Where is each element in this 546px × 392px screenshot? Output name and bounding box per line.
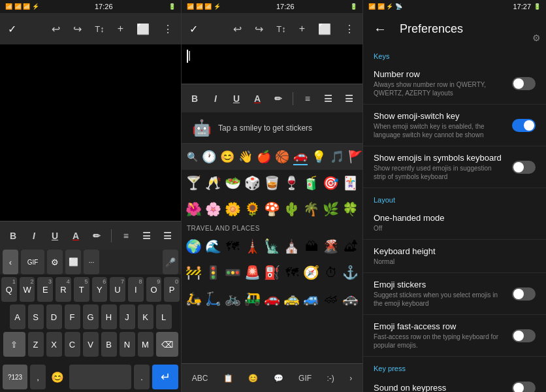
emoji-cat-activity[interactable]: 🏀: [275, 150, 289, 164]
emoji-cell[interactable]: 🌵: [283, 197, 301, 221]
bold-button-1[interactable]: B: [5, 227, 21, 245]
kb-delete[interactable]: ⌫: [156, 332, 178, 357]
kb-y[interactable]: Y6: [92, 277, 108, 302]
kb-w[interactable]: W2: [20, 277, 35, 302]
emoji-cell[interactable]: 🗽: [263, 235, 281, 258]
more-button-1[interactable]: ⋮: [160, 20, 176, 38]
kb-sym[interactable]: ?123: [3, 365, 27, 389]
emoji-cat-smile[interactable]: 😊: [220, 150, 234, 164]
pref-item-emoji-symbols[interactable]: Show emojis in symbols keyboard Show rec…: [363, 146, 546, 188]
emoji-cell[interactable]: 🚥: [223, 261, 242, 284]
emoji-cell[interactable]: 🥃: [263, 171, 281, 195]
kb-q[interactable]: Q1: [1, 277, 17, 302]
pref-item-emoji-stickers[interactable]: Emoji stickers Suggest stickers when you…: [363, 273, 546, 315]
emoji-cell[interactable]: 🗺: [283, 261, 301, 284]
kb-i[interactable]: I8: [128, 277, 144, 302]
more-button-2[interactable]: ⋮: [342, 20, 357, 38]
emoji-cell[interactable]: 🧭: [302, 261, 321, 284]
emoji-cell[interactable]: 🧃: [302, 171, 321, 195]
italic-button-1[interactable]: I: [26, 227, 42, 245]
kb-r[interactable]: R4: [56, 277, 71, 302]
emoji-cell[interactable]: 🃏: [342, 171, 360, 195]
list-num-1[interactable]: ☰: [160, 227, 176, 245]
emoji-cell[interactable]: 🚲: [223, 287, 242, 310]
emoji-cell[interactable]: 🌼: [223, 197, 242, 221]
kb-dots-key[interactable]: ···: [84, 250, 99, 274]
emoji-cell[interactable]: 🚦: [204, 261, 222, 284]
emoji-footer-abc[interactable]: ABC: [189, 374, 211, 383]
kb-back-key[interactable]: ‹: [3, 250, 18, 274]
kb-z[interactable]: Z: [28, 332, 44, 357]
kb-o[interactable]: O9: [146, 277, 162, 302]
toggle-emoji-fast-access[interactable]: [512, 329, 536, 342]
kb-j[interactable]: J: [120, 304, 135, 329]
emoji-cell[interactable]: 🥂: [204, 171, 222, 195]
emoji-cat-objects[interactable]: 💡: [312, 150, 326, 164]
highlight-button-1[interactable]: ✏: [89, 227, 104, 245]
undo-button-1[interactable]: ↩: [49, 20, 63, 38]
back-button[interactable]: ←: [371, 19, 389, 39]
bold-button-2[interactable]: B: [187, 90, 202, 108]
emoji-cat-food[interactable]: 🍎: [257, 150, 271, 164]
emoji-cell[interactable]: 🌋: [322, 235, 340, 258]
kb-shift[interactable]: ⇧: [3, 332, 25, 357]
pref-item-sound[interactable]: Sound on keypress: [363, 375, 546, 392]
emoji-cat-hand[interactable]: 👋: [238, 150, 253, 164]
pref-item-one-handed[interactable]: One-handed mode Off: [363, 206, 546, 240]
emoji-cell[interactable]: 🎯: [322, 171, 340, 195]
kb-c[interactable]: C: [65, 332, 80, 357]
emoji-footer-gif[interactable]: GIF: [296, 374, 314, 383]
emoji-cell[interactable]: 🌴: [302, 197, 321, 221]
emoji-footer-clipboard[interactable]: 📋: [221, 374, 236, 383]
insert-button-2[interactable]: ⬜: [315, 20, 334, 38]
emoji-cell[interactable]: 🚕: [283, 287, 301, 310]
toggle-emoji-symbols[interactable]: [512, 161, 536, 174]
pref-item-emoji-fast-access[interactable]: Emoji fast-access row Fast-access row on…: [363, 315, 546, 357]
emoji-cell[interactable]: 🍄: [263, 197, 281, 221]
emoji-cell[interactable]: 🛺: [243, 287, 261, 310]
emoji-scroll-area[interactable]: 🍸 🥂 🥗 🎲 🥃 🍷 🧃 🎯 🃏 🌺 🌸 🌼 🌻 🍄 🌵 🌴 🌿: [182, 170, 362, 363]
emoji-cell[interactable]: 🏎: [322, 287, 340, 310]
emoji-cell[interactable]: 🗼: [243, 235, 261, 258]
emoji-cell[interactable]: 🚧: [184, 261, 202, 284]
pref-item-emoji-switch[interactable]: Show emoji-switch key When emoji switch …: [363, 105, 546, 146]
kb-f[interactable]: F: [65, 304, 80, 329]
emoji-cell[interactable]: 🌸: [204, 197, 222, 221]
emoji-cell[interactable]: 🌊: [204, 235, 222, 258]
highlight-button-2[interactable]: ✏: [270, 90, 286, 108]
check-button-2[interactable]: ✓: [187, 20, 201, 38]
list-bullet-1[interactable]: ☰: [139, 227, 155, 245]
emoji-cat-recent[interactable]: 🕐: [202, 150, 216, 164]
kb-gif-key[interactable]: GIF: [21, 250, 44, 274]
undo-button-2[interactable]: ↩: [231, 20, 244, 38]
emoji-cell[interactable]: 🛵: [184, 287, 202, 310]
kb-d[interactable]: D: [46, 304, 62, 329]
emoji-footer-smile[interactable]: 😊: [246, 374, 261, 383]
emoji-cell[interactable]: 🗺: [223, 235, 242, 258]
kb-emoji[interactable]: 😊: [48, 365, 67, 389]
underline-button-2[interactable]: U: [229, 90, 244, 108]
kb-h[interactable]: H: [101, 304, 117, 329]
kb-period[interactable]: .: [134, 365, 150, 389]
toggle-sound[interactable]: [512, 382, 536, 392]
kb-k[interactable]: K: [138, 304, 153, 329]
align-button-2[interactable]: ≡: [300, 90, 315, 108]
emoji-cat-symbols[interactable]: 🎵: [330, 150, 344, 164]
emoji-cell[interactable]: 🎲: [243, 171, 261, 195]
emoji-cell[interactable]: 🛴: [204, 287, 222, 310]
toggle-emoji-stickers[interactable]: [512, 287, 536, 301]
kb-enter[interactable]: ↵: [152, 365, 178, 389]
emoji-cell[interactable]: 🌺: [184, 197, 202, 221]
emoji-cell[interactable]: 🚨: [243, 261, 261, 284]
redo-button-2[interactable]: ↪: [252, 20, 266, 38]
emoji-cell[interactable]: 🚓: [342, 287, 360, 310]
pref-item-kb-height[interactable]: Keyboard height Normal: [363, 240, 546, 273]
list-num-2[interactable]: ☰: [342, 90, 357, 108]
kb-u[interactable]: U7: [110, 277, 125, 302]
check-button-1[interactable]: ✓: [5, 20, 19, 38]
emoji-cat-flags[interactable]: 🚩: [348, 150, 362, 164]
kb-m[interactable]: M: [138, 332, 153, 357]
emoji-cat-travel[interactable]: 🚗: [293, 148, 308, 165]
underline-button-1[interactable]: U: [47, 227, 63, 245]
kb-e[interactable]: E3: [37, 277, 53, 302]
